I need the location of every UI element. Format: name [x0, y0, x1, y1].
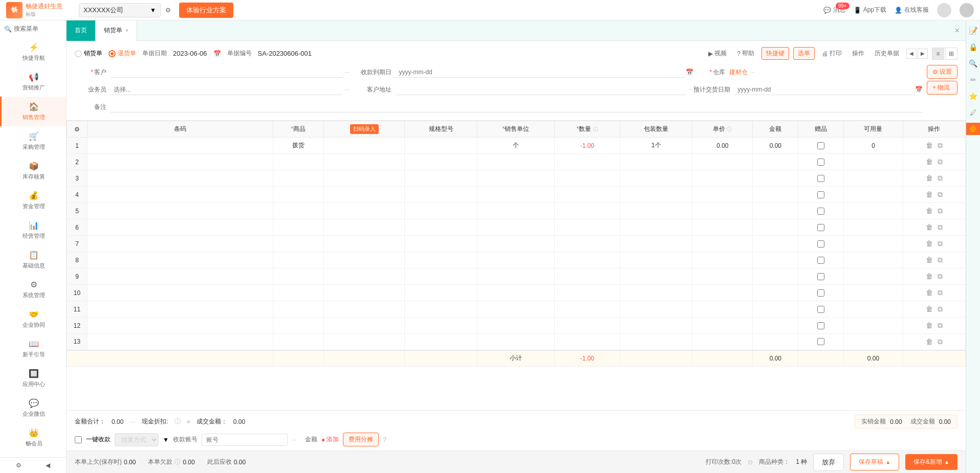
row-spec[interactable]: [405, 236, 477, 252]
experience-button[interactable]: 体验行业方案: [179, 3, 233, 18]
barcode-input[interactable]: [92, 208, 269, 215]
customer-input[interactable]: [111, 67, 342, 78]
row-product[interactable]: [273, 187, 323, 203]
copy-row-icon[interactable]: ⧉: [936, 207, 944, 215]
row-spec[interactable]: [405, 252, 477, 268]
row-gift[interactable]: [798, 252, 844, 268]
barcode-input[interactable]: [92, 257, 269, 264]
tab-home[interactable]: 首页: [67, 20, 96, 41]
row-unit[interactable]: [477, 187, 554, 203]
sidebar-item-inventory[interactable]: 📦 库存核算: [0, 156, 66, 186]
row-product[interactable]: [273, 219, 323, 236]
customer-addr-dots[interactable]: ···: [688, 86, 693, 93]
barcode-input[interactable]: [92, 159, 269, 166]
row-amount[interactable]: [753, 236, 798, 252]
side-panel-note-icon[interactable]: 📝: [967, 25, 979, 37]
one-click-pay-checkbox[interactable]: [75, 436, 82, 443]
copy-row-icon[interactable]: ⧉: [936, 223, 944, 231]
expected-date-input[interactable]: [734, 84, 915, 95]
row-quantity[interactable]: [554, 285, 620, 301]
print-btn[interactable]: 🖨 打印: [819, 48, 845, 59]
sidebar-item-finance[interactable]: 💰 资金管理: [0, 186, 66, 215]
gift-checkbox[interactable]: [817, 159, 824, 166]
note-input[interactable]: [111, 102, 923, 112]
row-unit[interactable]: [477, 203, 554, 219]
row-product[interactable]: [273, 301, 323, 318]
row-quantity[interactable]: [554, 219, 620, 236]
row-price[interactable]: [692, 268, 753, 285]
row-spec[interactable]: [405, 138, 477, 154]
delete-row-icon[interactable]: 🗑: [924, 337, 934, 346]
row-price[interactable]: [692, 219, 753, 236]
row-price[interactable]: [692, 318, 753, 334]
settings-btn[interactable]: ⚙ 设置: [927, 65, 957, 79]
row-quantity[interactable]: [554, 236, 620, 252]
row-unit[interactable]: [477, 334, 554, 350]
row-pack-qty[interactable]: [620, 170, 692, 187]
row-gift[interactable]: [798, 318, 844, 334]
row-spec[interactable]: [405, 219, 477, 236]
row-barcode[interactable]: [88, 252, 273, 268]
row-amount[interactable]: [753, 170, 798, 187]
delete-row-icon[interactable]: 🗑: [924, 239, 934, 247]
row-price[interactable]: [692, 252, 753, 268]
row-pack-qty[interactable]: [620, 187, 692, 203]
message-action[interactable]: 💬 消息 99+: [823, 6, 845, 14]
copy-row-icon[interactable]: ⧉: [936, 288, 944, 297]
row-pack-qty[interactable]: 1个: [620, 138, 692, 154]
side-panel-alert-icon[interactable]: 🔶: [966, 123, 981, 135]
row-amount[interactable]: [753, 187, 798, 203]
row-product[interactable]: [273, 154, 323, 170]
row-amount[interactable]: [753, 154, 798, 170]
row-pack-qty[interactable]: [620, 219, 692, 236]
row-quantity[interactable]: [554, 187, 620, 203]
row-amount[interactable]: [753, 301, 798, 318]
total-owe-info-icon[interactable]: ⓘ: [175, 458, 181, 466]
prev-arrow[interactable]: ◀: [906, 49, 917, 59]
warehouse-value[interactable]: 建材仓: [729, 68, 748, 77]
row-spec[interactable]: [405, 170, 477, 187]
side-panel-edit-icon[interactable]: ✏: [967, 74, 979, 86]
barcode-input[interactable]: [92, 273, 269, 280]
row-price[interactable]: [692, 334, 753, 350]
row-gift[interactable]: [798, 203, 844, 219]
row-amount[interactable]: [753, 285, 798, 301]
row-product[interactable]: [273, 170, 323, 187]
barcode-input[interactable]: [92, 240, 269, 247]
sidebar-item-apps[interactable]: 🔲 应用中心: [0, 364, 66, 393]
row-pack-qty[interactable]: [620, 268, 692, 285]
row-unit[interactable]: [477, 154, 554, 170]
row-product[interactable]: 拨货: [273, 138, 323, 154]
sidebar-item-marketing[interactable]: 📢 营销推广: [0, 67, 66, 97]
barcode-input[interactable]: [92, 338, 269, 345]
shortcut-btn[interactable]: 快捷键: [761, 47, 789, 60]
delete-row-icon[interactable]: 🗑: [924, 190, 934, 198]
history-btn[interactable]: 历史单据: [872, 48, 902, 59]
side-panel-star-icon[interactable]: ⭐: [967, 90, 979, 102]
gift-checkbox[interactable]: [817, 338, 824, 345]
row-barcode[interactable]: [88, 138, 273, 154]
due-date-calendar-icon[interactable]: 📅: [686, 69, 693, 76]
delete-row-icon[interactable]: 🗑: [924, 223, 934, 231]
delete-row-icon[interactable]: 🗑: [924, 272, 934, 280]
tabs-close-all[interactable]: ×: [955, 26, 966, 35]
row-product[interactable]: [273, 236, 323, 252]
copy-row-icon[interactable]: ⧉: [936, 190, 944, 198]
customer-dots[interactable]: ···: [344, 69, 350, 76]
sidebar-item-operation[interactable]: 📊 经营管理: [0, 215, 66, 245]
logistics-btn[interactable]: + 物流: [927, 81, 957, 95]
row-unit[interactable]: [477, 170, 554, 187]
grid-view-btn[interactable]: ⊞: [945, 48, 957, 60]
salesperson-dots[interactable]: ···: [344, 86, 350, 93]
row-price[interactable]: 0.00: [692, 138, 753, 154]
row-barcode[interactable]: [88, 236, 273, 252]
delete-row-icon[interactable]: 🗑: [924, 321, 934, 329]
list-view-btn[interactable]: ≡: [932, 48, 944, 60]
row-unit[interactable]: [477, 219, 554, 236]
row-gift[interactable]: [798, 285, 844, 301]
row-unit[interactable]: 个: [477, 138, 554, 154]
gift-checkbox[interactable]: [817, 142, 824, 149]
side-panel-pen-icon[interactable]: 🖊: [967, 106, 979, 119]
row-quantity[interactable]: [554, 170, 620, 187]
row-price[interactable]: [692, 170, 753, 187]
